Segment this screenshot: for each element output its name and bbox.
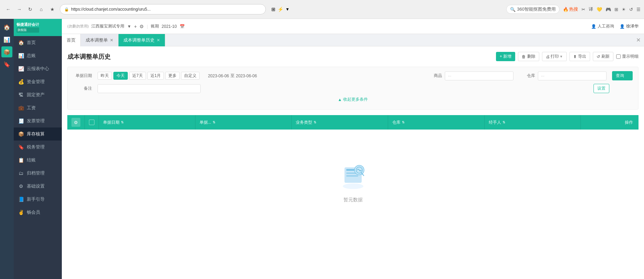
lightning-icon[interactable]: ⚡	[278, 7, 283, 12]
sidebar-item-settings[interactable]: ⚙ 基础设置	[14, 180, 62, 193]
show-detail-checkbox[interactable]	[616, 54, 621, 59]
translate-icon[interactable]: 译	[589, 6, 593, 12]
date-btn-1month[interactable]: 近1月	[147, 72, 164, 80]
sidebar-item-salary[interactable]: 💼 工资	[14, 101, 62, 114]
sidebar-item-account[interactable]: 📋 结账	[14, 154, 62, 167]
export-button[interactable]: ⬆ 导出	[569, 52, 590, 61]
sidebar-label-salary: 工资	[27, 105, 36, 111]
account-icon: 📋	[18, 157, 24, 163]
remark-filter-input[interactable]	[98, 84, 201, 93]
forward-button[interactable]: →	[14, 4, 24, 14]
select-all-checkbox[interactable]	[89, 120, 94, 125]
table-settings-icon[interactable]: ⚙	[71, 118, 80, 127]
sidebar-item-member[interactable]: ✌ 畅会员	[14, 206, 62, 219]
search-bar[interactable]: 🔍 360智能抠图免费用	[506, 5, 560, 14]
sidebar-item-ledger[interactable]: 📊 总账	[14, 49, 62, 62]
print-button[interactable]: 🖨 打印 ▼	[542, 52, 567, 61]
tabs-bar: 首页 成本调整单 ✕ 成本调整单历史 ✕ ✕	[62, 34, 644, 46]
sort-num-icon: ⇅	[213, 121, 215, 124]
col-checkbox[interactable]	[85, 115, 99, 130]
home-nav-button[interactable]: ⌂	[36, 4, 46, 14]
user-menu[interactable]: 👤 徐泽华	[620, 23, 639, 29]
date-btn-today[interactable]: 今天	[113, 72, 128, 80]
sidebar-item-reports[interactable]: 📈 云报表中心	[14, 62, 62, 75]
refresh-button[interactable]: ↺ 刷新	[593, 52, 613, 61]
company-dropdown-icon[interactable]: ▼	[127, 24, 131, 29]
tab-cost-adjust[interactable]: 成本调整单 ✕	[81, 34, 118, 46]
guide-icon: 📘	[18, 197, 24, 202]
col-date-label: 单据日期	[103, 120, 120, 125]
tab-cost-adjust-history[interactable]: 成本调整单历史 ✕	[118, 34, 165, 46]
bookmark-button[interactable]: ★	[47, 4, 57, 14]
page-title: 成本调整单历史	[67, 53, 111, 61]
wallet-icon[interactable]: 💛	[597, 7, 602, 12]
show-detail-toggle[interactable]: 显示明细	[616, 54, 639, 59]
empty-text: 暂元数据	[343, 197, 363, 203]
back-button[interactable]: ←	[3, 4, 13, 14]
print-icon: 🖨	[546, 54, 550, 59]
iconbar-item-active[interactable]: 📦	[1, 46, 12, 57]
col-warehouse[interactable]: 仓库 ⇅	[388, 115, 484, 130]
apps-icon[interactable]: ⊞	[614, 7, 618, 12]
game-icon[interactable]: 🎮	[606, 7, 611, 12]
address-bar[interactable]: 🔒 https://cloud.chanjet.com/accounting/u…	[60, 4, 266, 14]
col-settings[interactable]: ⚙	[67, 115, 85, 130]
search-button[interactable]: 查询	[612, 71, 633, 80]
sidebar-label-home: 首页	[27, 40, 36, 46]
iconbar-item-4[interactable]: 🔖	[1, 59, 12, 70]
sort-date-icon: ⇅	[121, 121, 124, 124]
empty-state: 暂元数据	[67, 130, 639, 231]
settings-button[interactable]: 设置	[594, 84, 609, 93]
goods-more-dots: ···	[448, 74, 451, 78]
settings-gear-icon[interactable]: ⚙	[139, 24, 144, 29]
tab-home[interactable]: 首页	[62, 34, 81, 46]
consult-button[interactable]: 👤 人工咨询	[591, 23, 614, 29]
date-btn-yesterday[interactable]: 昨天	[98, 72, 112, 80]
period-label: 账期	[151, 23, 159, 29]
menu-icon[interactable]: ☰	[636, 7, 641, 12]
iconbar-item-1[interactable]: 🏠	[1, 22, 12, 33]
sidebar-item-invoice[interactable]: 🧾 发票管理	[14, 114, 62, 127]
sidebar-label-tax: 税务管理	[27, 144, 45, 150]
sort-biztype-icon: ⇅	[314, 121, 316, 124]
iconbar-item-2[interactable]: 📊	[1, 34, 12, 45]
sun-icon[interactable]: ☀	[622, 7, 626, 12]
close-all-tabs-button[interactable]: ✕	[636, 37, 641, 43]
refresh-button[interactable]: ↻	[25, 4, 35, 14]
col-date[interactable]: 单据日期 ⇅	[99, 115, 195, 130]
sidebar-logo[interactable]: 畅捷通好会计 旗舰版	[14, 19, 62, 36]
collapse-button[interactable]: ▲ 收起更多条件	[338, 97, 368, 102]
col-biztype[interactable]: 业务类型 ⇅	[292, 115, 388, 130]
sidebar-item-funds[interactable]: 💰 资金管理	[14, 75, 62, 88]
sidebar-item-tax[interactable]: 🔖 税务管理	[14, 141, 62, 154]
warehouse-filter-select[interactable]: ···	[538, 71, 607, 80]
col-person[interactable]: 经手人 ⇅	[484, 115, 581, 130]
search-icon: 🔍	[510, 7, 516, 12]
hot-search[interactable]: 🔥热搜	[563, 6, 578, 12]
delete-button[interactable]: 🗑 删除	[518, 52, 539, 61]
add-company-button[interactable]: +	[134, 24, 137, 29]
date-btn-more[interactable]: 更多	[165, 72, 180, 80]
col-num[interactable]: 单据... ⇅	[195, 115, 292, 130]
sidebar-item-home[interactable]: 🏠 首页	[14, 36, 62, 49]
sidebar-label-funds: 资金管理	[27, 79, 45, 85]
undo-icon[interactable]: ↺	[629, 7, 633, 12]
goods-filter-select[interactable]: ···	[445, 71, 513, 80]
col-warehouse-label: 仓库	[392, 120, 400, 125]
date-btn-7days[interactable]: 近7天	[129, 72, 146, 80]
sidebar-item-archive[interactable]: 🗂 归档管理	[14, 167, 62, 180]
date-btn-custom[interactable]: 自定义	[181, 72, 200, 80]
tab-cost-adjust-close[interactable]: ✕	[110, 38, 113, 43]
grid-icon[interactable]: ⊞	[271, 7, 275, 12]
svg-point-0	[343, 183, 363, 189]
sidebar-item-inventory[interactable]: 📦 库存核算	[14, 127, 62, 141]
date-filter-label: 单据日期	[73, 73, 92, 79]
calendar-icon[interactable]: 📅	[180, 24, 185, 29]
tab-cost-adjust-history-close[interactable]: ✕	[157, 38, 160, 43]
sidebar-item-guide[interactable]: 📘 新手引导	[14, 193, 62, 206]
sidebar-item-fixed-assets[interactable]: 🏗 固定资产	[14, 88, 62, 101]
tab-cost-adjust-label: 成本调整单	[86, 37, 108, 43]
scissors-icon[interactable]: ✂	[581, 7, 585, 12]
dropdown-arrow-icon[interactable]: ▼	[285, 7, 290, 12]
new-button[interactable]: + 新增	[496, 52, 515, 61]
